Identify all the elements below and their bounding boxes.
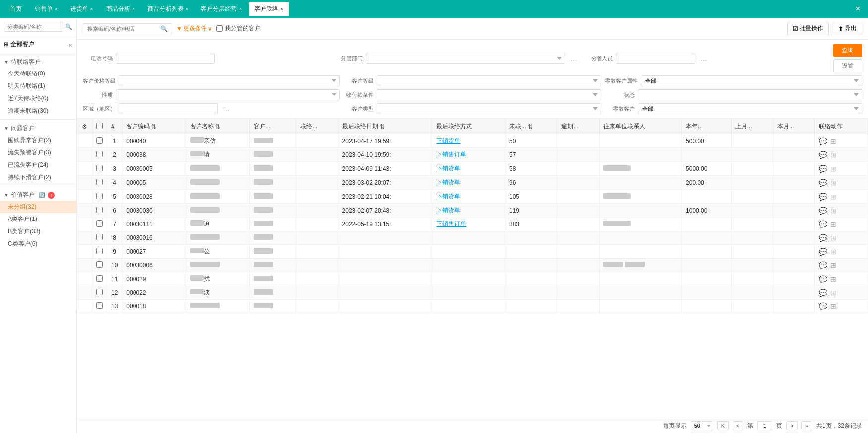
row-checkbox[interactable] [96, 220, 103, 227]
more-actions-icon[interactable]: ⊞ [830, 275, 836, 283]
region-dots[interactable]: … [221, 105, 232, 113]
status-select[interactable] [638, 89, 862, 100]
manager-input[interactable] [616, 53, 695, 64]
sidebar-item-lost[interactable]: 已流失客户(24) [0, 159, 76, 171]
row-checkbox[interactable] [96, 234, 103, 240]
contact-phone-icon[interactable]: 💬 [819, 151, 827, 159]
row-checkbox[interactable] [96, 248, 103, 254]
tab-customer-contact[interactable]: 客户联络 × [249, 2, 289, 16]
contact-phone-icon[interactable]: 💬 [819, 165, 827, 173]
contact-phone-icon[interactable]: 💬 [819, 248, 827, 256]
close-window-btn[interactable]: × [852, 4, 864, 13]
customer-level-select[interactable] [377, 75, 601, 86]
more-actions-icon[interactable]: ⊞ [830, 179, 836, 187]
th-name[interactable]: 客户名称 ⇅ [186, 119, 250, 134]
more-actions-icon[interactable]: ⊞ [830, 289, 836, 297]
customer-segment-tab-close[interactable]: × [239, 6, 242, 12]
contact-phone-icon[interactable]: 💬 [819, 137, 827, 145]
sidebar-item-overdue[interactable]: 逾期未联络(30) [0, 105, 76, 117]
last-page-btn[interactable]: » [801, 421, 812, 430]
sparse-customer-select[interactable]: 全部 [638, 103, 862, 114]
more-actions-icon[interactable]: ⊞ [830, 165, 836, 173]
last-method-link[interactable]: 下销货单 [436, 207, 460, 214]
analysis-list-tab-close[interactable]: × [186, 6, 189, 12]
row-checkbox[interactable] [96, 151, 103, 157]
nature-select[interactable] [116, 89, 340, 100]
row-checkbox[interactable] [96, 261, 103, 268]
payment-select[interactable] [377, 89, 601, 100]
more-actions-icon[interactable]: ⊞ [830, 234, 836, 242]
collapse-icon[interactable]: « [68, 41, 72, 49]
th-settings[interactable]: ⚙ [77, 119, 92, 134]
row-checkbox[interactable] [96, 289, 103, 295]
tab-analysis[interactable]: 商品分析 × [100, 2, 141, 16]
tab-sales[interactable]: 销售单 × [29, 2, 64, 16]
tab-analysis-list[interactable]: 商品分析列表 × [142, 2, 195, 16]
region-input[interactable] [119, 103, 218, 114]
all-customers-section[interactable]: ⊞ 全部客户 « [0, 36, 76, 51]
more-actions-icon[interactable]: ⊞ [830, 151, 836, 159]
page-number-input[interactable] [757, 421, 772, 430]
last-method-link[interactable]: 下销货单 [436, 137, 460, 144]
analysis-tab-close[interactable]: × [132, 6, 135, 12]
sidebar-search-icon[interactable]: 🔍 [65, 23, 72, 30]
more-actions-icon[interactable]: ⊞ [830, 207, 836, 215]
more-actions-icon[interactable]: ⊞ [830, 193, 836, 201]
sidebar-item-today[interactable]: 今天待联络(0) [0, 68, 76, 80]
sidebar-item-7days[interactable]: 近7天待联络(0) [0, 92, 76, 105]
th-last-date[interactable]: 最后联络日期 ⇅ [338, 119, 432, 134]
sidebar-item-warning[interactable]: 流失预警客户(3) [0, 146, 76, 159]
contact-phone-icon[interactable]: 💬 [819, 261, 827, 269]
th-no-contact[interactable]: 未联... ⇅ [505, 119, 557, 134]
value-customers-group[interactable]: ▼ 价值客户 🔄 ! [0, 188, 76, 201]
sidebar-search-input[interactable] [4, 22, 63, 32]
last-method-link[interactable]: 下销售订单 [436, 220, 466, 227]
last-method-link[interactable]: 下销售订单 [436, 151, 466, 158]
next-page-btn[interactable]: > [786, 421, 797, 430]
price-level-select[interactable] [119, 75, 340, 86]
manager-dots[interactable]: … [698, 54, 709, 62]
contact-phone-icon[interactable]: 💬 [819, 179, 827, 187]
main-search-input[interactable] [87, 26, 158, 32]
prev-page-btn[interactable]: < [733, 421, 743, 430]
row-checkbox[interactable] [96, 275, 103, 282]
more-actions-icon[interactable]: ⊞ [830, 302, 836, 310]
sidebar-item-declining[interactable]: 持续下滑客户(2) [0, 171, 76, 184]
first-page-btn[interactable]: K [717, 421, 729, 430]
last-method-link[interactable]: 下销货单 [436, 179, 460, 186]
last-method-link[interactable]: 下销货单 [436, 193, 460, 200]
sidebar-item-class-b[interactable]: B类客户(33) [0, 225, 76, 238]
query-btn[interactable]: 查询 [833, 44, 862, 57]
contact-phone-icon[interactable]: 💬 [819, 289, 827, 297]
reset-btn[interactable]: 设置 [833, 59, 862, 72]
purchase-tab-close[interactable]: × [90, 6, 93, 12]
more-actions-icon[interactable]: ⊞ [830, 137, 836, 145]
select-all-checkbox[interactable] [96, 123, 103, 129]
last-method-link[interactable]: 下销货单 [436, 165, 460, 172]
pending-contact-group[interactable]: ▼ 待联络客户 [0, 55, 76, 68]
contact-phone-icon[interactable]: 💬 [819, 220, 827, 228]
tab-customer-segment[interactable]: 客户分层经营 × [195, 2, 248, 16]
contact-phone-icon[interactable]: 💬 [819, 275, 827, 283]
customer-type-select[interactable] [377, 103, 601, 114]
sparse-attr-select[interactable]: 全部 [641, 75, 862, 86]
contact-phone-icon[interactable]: 💬 [819, 207, 827, 215]
sidebar-item-class-c[interactable]: C类客户(6) [0, 238, 76, 250]
contact-phone-icon[interactable]: 💬 [819, 193, 827, 201]
more-actions-icon[interactable]: ⊞ [830, 248, 836, 256]
tab-home[interactable]: 首页 [4, 2, 28, 16]
batch-ops-btn[interactable]: ☑ 批量操作 [787, 22, 829, 35]
more-actions-icon[interactable]: ⊞ [830, 261, 836, 269]
row-checkbox[interactable] [96, 207, 103, 213]
sidebar-item-tomorrow[interactable]: 明天待联络(1) [0, 80, 76, 92]
page-size-select[interactable]: 50 20 100 [691, 421, 713, 430]
problem-customers-group[interactable]: ▼ 问题客户 [0, 122, 76, 134]
dept-select[interactable] [366, 53, 565, 64]
sidebar-item-class-a[interactable]: A类客户(1) [0, 213, 76, 225]
row-checkbox[interactable] [96, 165, 103, 171]
more-actions-icon[interactable]: ⊞ [830, 220, 836, 228]
row-checkbox[interactable] [96, 137, 103, 144]
row-checkbox[interactable] [96, 193, 103, 199]
tab-purchase[interactable]: 进货单 × [65, 2, 99, 16]
sidebar-item-abnormal[interactable]: 囤购异常客户(2) [0, 134, 76, 146]
